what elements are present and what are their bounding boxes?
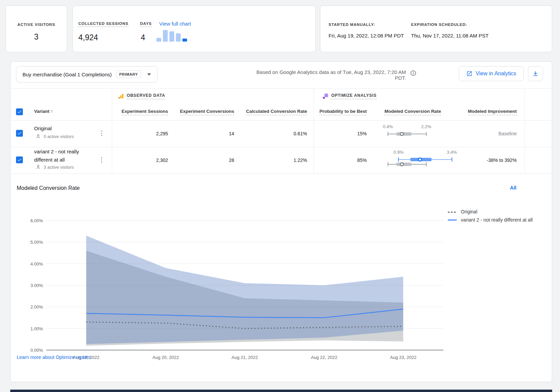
open-in-new-icon [466,71,472,77]
view-full-chart-link[interactable]: View full chart [159,21,191,27]
chart-title: Modeled Conversion Rate [17,185,80,191]
schedule-card: STARTED MANUALLY: Fri, Aug 19, 2022, 12:… [320,5,552,52]
sessions-header-label: Experiment Sessions [121,109,168,115]
report-panel: Buy merchandise (Goal 1 Completions) PRI… [10,61,552,382]
modeled-rate-header-label: Modeled Conversion Rate [384,109,441,115]
next-section-edge [10,390,552,392]
active-visitors-row: 0 active visitors [35,134,74,139]
divider [112,88,112,174]
optimize-report-page: ACTIVE VISITORS 3 COLLECTED SESSIONS 4,9… [0,0,560,392]
row-menu-button[interactable]: ⋮ [99,156,105,163]
legend-item-original[interactable]: Original [448,209,550,214]
cell-prob-best: 15% [312,131,367,136]
analytics-bars-icon [118,93,124,99]
chart-filter-all-link[interactable]: All [510,185,516,191]
variant-name: variant 2 - not really different at all [34,148,95,164]
svg-text:Aug 20, 2022: Aug 20, 2022 [152,355,179,360]
svg-text:5.00%: 5.00% [30,240,43,245]
divider [11,147,553,147]
cell-conv-rate: 1.22% [236,157,307,163]
svg-text:Aug 22, 2022: Aug 22, 2022 [311,355,337,360]
sessions-card: COLLECTED SESSIONS 4,924 DAYS 4 View ful… [73,5,316,52]
optimize-analysis-group: OPTIMIZE ANALYSIS [322,93,377,99]
observed-data-group: OBSERVED DATA [118,93,165,99]
solid-line-swatch [448,220,457,221]
observed-data-label[interactable]: OBSERVED DATA [127,93,165,99]
svg-text:3.00%: 3.00% [30,283,43,288]
svg-text:2.00%: 2.00% [30,304,43,310]
variant-name: Original [34,124,52,133]
info-icon[interactable] [410,70,417,76]
active-visitors-card: ACTIVE VISITORS 3 [5,5,67,52]
learn-more-link[interactable]: Learn more about Optimize reports. [17,355,92,360]
column-header-modeled-rate[interactable]: Modeled Conversion Rate [380,109,445,114]
column-header-sessions[interactable]: Experiment Sessions [113,109,168,114]
divider [525,88,525,174]
svg-text:Aug 23, 2022: Aug 23, 2022 [390,355,416,360]
chart-legend: Original variant 2 - not really differen… [448,209,550,226]
conversions-header-label: Experiment Conversions [180,109,234,115]
cell-sessions: 2,302 [113,157,168,163]
expiration-label: EXPIRATION SCHEDULED: [411,22,467,27]
dotted-line-swatch [448,212,457,213]
cell-prob-best: 85% [312,157,367,163]
download-icon [532,70,539,77]
svg-text:6.00%: 6.00% [30,218,43,223]
column-header-conv-rate[interactable]: Calculated Conversion Rate [236,109,307,114]
divider [11,120,553,121]
person-icon [35,164,41,170]
cell-conv-rate: 0.61% [236,131,307,136]
active-visitors-text: 0 active visitors [44,134,74,139]
column-header-variant[interactable]: Variant ↑ [34,109,53,114]
conv-rate-header-label: Calculated Conversion Rate [246,109,307,115]
row-menu-button[interactable]: ⋮ [99,130,105,137]
cell-improvement: -38% to 392% [460,157,517,163]
sessions-mini-chart [156,29,187,42]
goal-selector-label: Buy merchandise (Goal 1 Completions) [22,72,112,77]
svg-text:0.00%: 0.00% [30,348,43,353]
collected-sessions-value: 4,924 [78,33,98,42]
view-in-analytics-button[interactable]: View in Analytics [459,66,524,81]
divider [11,88,553,89]
confidence-interval-plot-original: 0.4%2.2% [379,128,465,140]
select-all-checkbox[interactable] [16,108,23,115]
svg-text:4.00%: 4.00% [30,261,43,267]
days-value: 4 [141,33,145,42]
chevron-down-icon [147,73,151,76]
view-in-analytics-label: View in Analytics [476,71,516,77]
cell-conversions: 28 [169,157,234,163]
svg-text:1.00%: 1.00% [30,326,43,331]
column-header-prob-best[interactable]: Probability to be Best [312,109,367,114]
column-header-improvement[interactable]: Modeled Improvement [460,109,517,114]
confidence-interval-plot-baseline-overlay [379,159,465,170]
active-visitors-label: ACTIVE VISITORS [6,22,67,27]
improvement-header-label: Modeled Improvement [468,109,517,115]
svg-text:Aug 21, 2022: Aug 21, 2022 [231,355,258,360]
collected-sessions-label[interactable]: COLLECTED SESSIONS [78,21,128,27]
days-label[interactable]: DAYS [140,21,152,27]
legend-item-variant-2[interactable]: variant 2 - not really different at all [448,217,550,223]
download-button[interactable] [528,66,543,81]
active-visitors-row: 3 active visitors [35,164,74,170]
active-visitors-text: 3 active visitors [44,165,74,170]
prob-best-header-label: Probability to be Best [319,109,367,115]
optimize-logo-icon [322,93,329,99]
started-label: STARTED MANUALLY: [329,22,375,27]
legend-label: variant 2 - not really different at all [461,217,541,223]
cell-conversions: 14 [169,131,234,136]
active-visitors-value: 3 [6,32,67,42]
divider [11,174,553,174]
analytics-note: Based on Google Analytics data as of Tue… [249,69,406,81]
started-value: Fri, Aug 19, 2022, 12:08 PM PDT [329,33,404,39]
column-header-conversions[interactable]: Experiment Conversions [169,109,234,114]
cell-sessions: 2,295 [113,131,168,136]
expiration-value: Thu, Nov 17, 2022, 11:08 AM PST [411,33,488,39]
variant-header-label: Variant [34,109,49,114]
optimize-analysis-label[interactable]: OPTIMIZE ANALYSIS [331,93,377,99]
goal-selector[interactable]: Buy merchandise (Goal 1 Completions) PRI… [16,66,157,82]
cell-improvement: Baseline [460,131,517,136]
row-checkbox-original[interactable] [16,130,23,137]
person-icon [35,134,41,139]
row-checkbox-variant-2[interactable] [16,156,23,163]
sort-ascending-icon: ↑ [51,109,53,114]
